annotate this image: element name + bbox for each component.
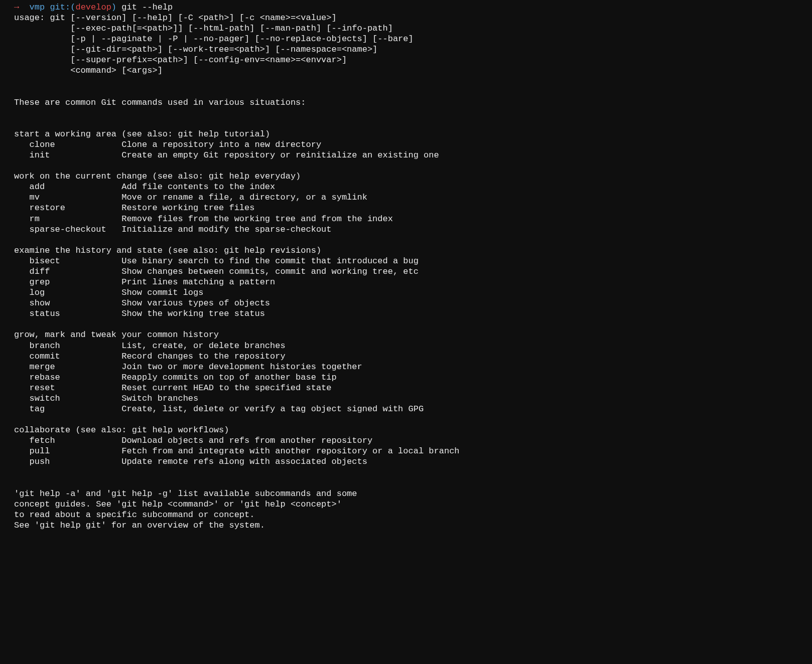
prompt-paren-open: ( bbox=[70, 3, 75, 12]
prompt-line: → vmp git:(develop) git --help bbox=[14, 2, 812, 13]
prompt-branch: develop bbox=[75, 3, 111, 12]
usage-line: [--super-prefix=<path>] [--config-env=<n… bbox=[14, 55, 812, 65]
command-row: sparse-checkoutInitialize and modify the… bbox=[14, 224, 812, 235]
command-name: commit bbox=[30, 351, 122, 362]
command-name: clone bbox=[30, 139, 122, 150]
command-row: bisectUse binary search to find the comm… bbox=[14, 256, 812, 266]
command-name: status bbox=[30, 308, 122, 319]
command-desc: Clone a repository into a new directory bbox=[121, 140, 321, 149]
command-desc: Join two or more development histories t… bbox=[121, 362, 362, 372]
command-row: rmRemove files from the working tree and… bbox=[14, 214, 812, 224]
command-name: rebase bbox=[30, 372, 122, 383]
command-row: statusShow the working tree status bbox=[14, 308, 812, 319]
usage-line: [--exec-path[=<path>]] [--html-path] [--… bbox=[14, 23, 812, 34]
command-row: grepPrint lines matching a pattern bbox=[14, 277, 812, 287]
command-desc: Show changes between commits, commit and… bbox=[121, 267, 419, 276]
usage-line: <command> [<args>] bbox=[14, 65, 812, 76]
command-row: rebaseReapply commits on top of another … bbox=[14, 372, 812, 383]
section-title: grow, mark and tweak your common history bbox=[14, 329, 812, 340]
command-name: reset bbox=[30, 383, 122, 393]
command-desc: Update remote refs along with associated… bbox=[121, 457, 367, 466]
command-desc: Create, list, delete or verify a tag obj… bbox=[121, 404, 424, 414]
command-name: sparse-checkout bbox=[30, 224, 122, 235]
command-row: fetchDownload objects and refs from anot… bbox=[14, 435, 812, 446]
command-desc: Use binary search to find the commit tha… bbox=[121, 256, 419, 266]
section-title: start a working area (see also: git help… bbox=[14, 129, 812, 139]
command-row: addAdd file contents to the index bbox=[14, 182, 812, 192]
command-desc: Show commit logs bbox=[121, 288, 203, 297]
command-name: tag bbox=[30, 404, 122, 414]
command-row: branchList, create, or delete branches bbox=[14, 341, 812, 351]
command-desc: Restore working tree files bbox=[121, 203, 254, 213]
command-row: showShow various types of objects bbox=[14, 298, 812, 308]
prompt-git-label: git: bbox=[50, 3, 70, 12]
command-desc: Add file contents to the index bbox=[121, 182, 275, 192]
command-name: restore bbox=[30, 203, 122, 213]
command-row: pushUpdate remote refs along with associ… bbox=[14, 456, 812, 467]
section-title: work on the current change (see also: gi… bbox=[14, 171, 812, 182]
command-name: switch bbox=[30, 393, 122, 404]
footer-line: See 'git help git' for an overview of th… bbox=[14, 520, 812, 531]
command-desc: Switch branches bbox=[121, 394, 198, 403]
command-text: git --help bbox=[121, 3, 173, 12]
usage-line: [-p | --paginate | -P | --no-pager] [--n… bbox=[14, 34, 812, 44]
prompt-arrow-icon: → bbox=[14, 3, 19, 12]
command-desc: Download objects and refs from another r… bbox=[121, 436, 372, 445]
prompt-paren-close: ) bbox=[111, 3, 116, 12]
command-row: restoreRestore working tree files bbox=[14, 203, 812, 213]
command-name: grep bbox=[30, 277, 122, 287]
command-name: bisect bbox=[30, 256, 122, 266]
command-name: add bbox=[30, 182, 122, 192]
command-row: diffShow changes between commits, commit… bbox=[14, 266, 812, 277]
usage-block: usage: git [--version] [--help] [-C <pat… bbox=[14, 13, 812, 76]
command-name: rm bbox=[30, 214, 122, 224]
command-name: diff bbox=[30, 266, 122, 277]
sections-block: start a working area (see also: git help… bbox=[14, 129, 812, 467]
footer-line: to read about a specific subcommand or c… bbox=[14, 510, 812, 520]
intro-line: These are common Git commands used in va… bbox=[14, 97, 812, 108]
usage-line: [--git-dir=<path>] [--work-tree=<path>] … bbox=[14, 44, 812, 55]
command-desc: Initialize and modify the sparse-checkou… bbox=[121, 225, 331, 234]
footer-block: 'git help -a' and 'git help -g' list ava… bbox=[14, 488, 812, 531]
command-row: commitRecord changes to the repository bbox=[14, 351, 812, 362]
command-row: tagCreate, list, delete or verify a tag … bbox=[14, 404, 812, 414]
command-desc: Fetch from and integrate with another re… bbox=[121, 446, 459, 456]
command-row: logShow commit logs bbox=[14, 287, 812, 298]
section-title: collaborate (see also: git help workflow… bbox=[14, 425, 812, 435]
command-desc: Show the working tree status bbox=[121, 309, 265, 318]
command-name: merge bbox=[30, 362, 122, 372]
command-row: mergeJoin two or more development histor… bbox=[14, 362, 812, 372]
footer-line: concept guides. See 'git help <command>'… bbox=[14, 499, 812, 510]
command-desc: Show various types of objects bbox=[121, 298, 270, 308]
command-desc: Create an empty Git repository or reinit… bbox=[121, 150, 439, 160]
command-desc: Move or rename a file, a directory, or a… bbox=[121, 193, 367, 202]
command-row: initCreate an empty Git repository or re… bbox=[14, 150, 812, 160]
prompt-directory: vmp bbox=[30, 3, 45, 12]
command-row: pullFetch from and integrate with anothe… bbox=[14, 446, 812, 456]
usage-line: usage: git [--version] [--help] [-C <pat… bbox=[14, 13, 812, 23]
command-row: resetReset current HEAD to the specified… bbox=[14, 383, 812, 393]
section-title: examine the history and state (see also:… bbox=[14, 245, 812, 256]
command-desc: Print lines matching a pattern bbox=[121, 277, 275, 287]
command-desc: Reapply commits on top of another base t… bbox=[121, 373, 336, 382]
footer-line: 'git help -a' and 'git help -g' list ava… bbox=[14, 488, 812, 499]
command-name: branch bbox=[30, 341, 122, 351]
command-desc: Record changes to the repository bbox=[121, 352, 285, 361]
terminal[interactable]: → vmp git:(develop) git --helpusage: git… bbox=[0, 0, 812, 533]
command-desc: List, create, or delete branches bbox=[121, 341, 285, 351]
command-name: mv bbox=[30, 192, 122, 203]
command-name: init bbox=[30, 150, 122, 160]
command-name: show bbox=[30, 298, 122, 308]
command-name: log bbox=[30, 287, 122, 298]
command-row: switchSwitch branches bbox=[14, 393, 812, 404]
command-desc: Remove files from the working tree and f… bbox=[121, 214, 393, 224]
command-name: fetch bbox=[30, 435, 122, 446]
command-row: cloneClone a repository into a new direc… bbox=[14, 139, 812, 150]
command-row: mvMove or rename a file, a directory, or… bbox=[14, 192, 812, 203]
command-name: push bbox=[30, 456, 122, 467]
command-desc: Reset current HEAD to the specified stat… bbox=[121, 383, 331, 393]
command-name: pull bbox=[30, 446, 122, 456]
